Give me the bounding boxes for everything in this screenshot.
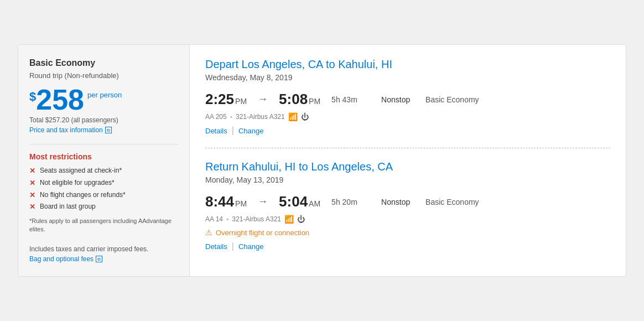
flight-1-date: Wednesday, May 8, 2019: [205, 73, 610, 82]
flight-2-times-row: 8:44PM → 5:04AM 5h 20m Nonstop Basic Eco…: [205, 193, 610, 210]
bag-external-link-icon: ⧉: [96, 256, 102, 262]
pipe-2: |: [232, 241, 234, 251]
dot-sep-1: ▪: [230, 113, 232, 121]
flight-1-times-row: 2:25PM → 5:08PM 5h 43m Nonstop Basic Eco…: [205, 91, 610, 108]
overnight-warning-row: ⚠ Overnight flight or connection: [205, 228, 610, 237]
restrictions-title: Most restrictions: [29, 152, 178, 161]
per-person-label: per person: [87, 91, 122, 100]
arrow-icon-2: →: [258, 196, 268, 208]
warning-icon: ⚠: [205, 228, 212, 237]
flight-2-change-link[interactable]: Change: [238, 242, 264, 251]
flight-2-section: Return Kahului, HI to Los Angeles, CA Mo…: [205, 161, 610, 251]
includes-text: Includes taxes and carrier imposed fees.: [29, 245, 178, 253]
bag-link[interactable]: Bag and optional fees ⧉: [29, 255, 178, 263]
flight-2-details-link[interactable]: Details: [205, 242, 227, 251]
price-amount: 258: [36, 85, 84, 114]
flight-1-info-row: AA 205 ▪ 321-Airbus A321 📶 ⏻: [205, 112, 610, 121]
price-row: $ 258 per person: [29, 85, 178, 114]
x-icon-1: ✕: [29, 167, 35, 175]
plug-icon-1: ⏻: [301, 112, 309, 121]
restriction-3: ✕ No flight changes or refunds*: [29, 191, 178, 200]
flight-2-date: Monday, May 13, 2019: [205, 175, 610, 184]
x-icon-2: ✕: [29, 179, 35, 188]
flight-2-arrive-time: 5:04AM: [279, 193, 331, 210]
flight-1-change-link[interactable]: Change: [238, 127, 264, 135]
flight-1-route: Depart Los Angeles, CA to Kahului, HI: [205, 58, 610, 71]
flight-1-nonstop: Nonstop: [381, 95, 425, 104]
flight-1-links-row: Details | Change: [205, 126, 610, 136]
booking-card: Basic Economy Round trip (Non-refundable…: [18, 44, 626, 276]
pipe-1: |: [232, 126, 234, 136]
restriction-2: ✕ Not eligible for upgrades*: [29, 179, 178, 188]
flights-panel: Depart Los Angeles, CA to Kahului, HI We…: [190, 45, 626, 276]
flight-1-details-link[interactable]: Details: [205, 127, 227, 135]
flight-2-duration: 5h 20m: [331, 198, 370, 206]
flight-2-aircraft: 321-Airbus A321: [232, 215, 281, 223]
restriction-1: ✕ Seats assigned at check-in*: [29, 167, 178, 175]
flight-2-info-row: AA 14 ▪ 321-Airbus A321 📶 ⏻: [205, 215, 610, 224]
flight-2-number: AA 14: [205, 215, 223, 223]
fare-type-label: Basic Economy: [29, 58, 178, 68]
total-price-label: Total $257.20 (all passengers): [29, 116, 178, 124]
x-icon-4: ✕: [29, 203, 35, 211]
external-link-icon: ⧉: [105, 127, 112, 133]
flight-1-depart-time: 2:25PM: [205, 91, 258, 108]
restrictions-note: *Rules apply to all passengers including…: [29, 217, 178, 234]
flight-1-fare-label: Basic Economy: [425, 95, 479, 104]
flight-1-aircraft: 321-Airbus A321: [236, 113, 285, 121]
arrow-icon-1: →: [258, 94, 268, 105]
flight-2-nonstop: Nonstop: [381, 198, 425, 206]
flight-1-arrive-time: 5:08PM: [279, 91, 331, 108]
wifi-icon-1: 📶: [288, 112, 298, 121]
dot-sep-2: ▪: [226, 215, 228, 223]
flight-2-links-row: Details | Change: [205, 241, 610, 251]
restriction-4: ✕ Board in last group: [29, 203, 178, 211]
flight-2-fare-label: Basic Economy: [425, 198, 479, 206]
flights-divider: [205, 148, 610, 148]
overnight-text: Overnight flight or connection: [216, 229, 309, 237]
flight-1-number: AA 205: [205, 113, 227, 121]
pricing-panel: Basic Economy Round trip (Non-refundable…: [18, 45, 190, 276]
flight-1-section: Depart Los Angeles, CA to Kahului, HI We…: [205, 58, 610, 136]
flight-2-route: Return Kahului, HI to Los Angeles, CA: [205, 161, 610, 173]
plug-icon-2: ⏻: [297, 215, 305, 224]
price-info-link[interactable]: Price and tax information ⧉: [29, 126, 178, 134]
dollar-sign: $: [29, 90, 36, 104]
trip-type-label: Round trip (Non-refundable): [29, 71, 178, 80]
wifi-icon-2: 📶: [284, 215, 294, 224]
flight-2-depart-time: 8:44PM: [205, 193, 258, 210]
x-icon-3: ✕: [29, 191, 35, 200]
flight-1-duration: 5h 43m: [331, 95, 370, 104]
divider: [29, 144, 178, 144]
